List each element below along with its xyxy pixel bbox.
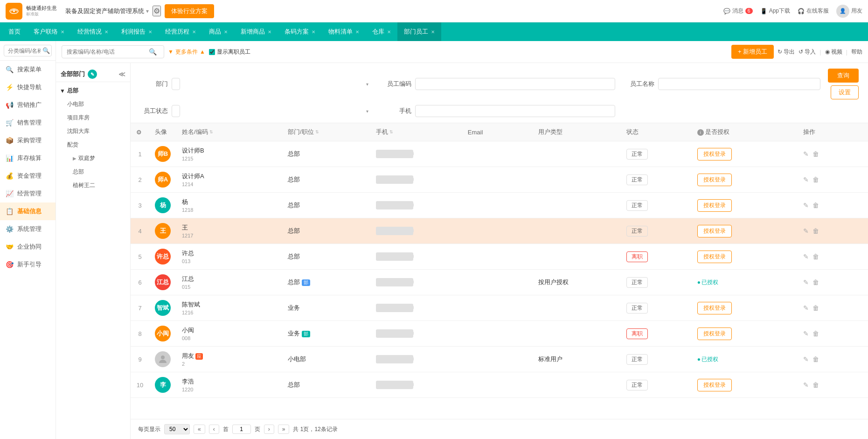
delete-button[interactable]: 🗑 — [812, 381, 819, 389]
edit-button[interactable]: ✎ — [803, 381, 809, 389]
settings-button[interactable]: 设置 — [831, 85, 859, 99]
auth-button[interactable]: 授权登录 — [697, 199, 732, 212]
sidebar-item-basic[interactable]: 📋 基础信息 — [0, 202, 56, 220]
close-icon[interactable]: ✕ — [148, 29, 152, 35]
edit-button[interactable]: ✎ — [803, 279, 809, 286]
collapse-tree-button[interactable]: ≪ — [118, 70, 125, 78]
next-page-button[interactable]: › — [264, 425, 274, 434]
filter-more-button[interactable]: ▼ 更多条件 ▲ — [168, 48, 205, 56]
show-resigned-input[interactable] — [209, 49, 215, 55]
sidebar-item-guide[interactable]: 🎯 新手引导 — [0, 256, 56, 273]
sidebar-item-system[interactable]: ⚙️ 系统管理 — [0, 220, 56, 238]
tab-add-goods[interactable]: 新增商品✕ — [234, 22, 278, 41]
edit-button[interactable]: ✎ — [803, 176, 809, 183]
auth-button[interactable]: 授权登录 — [697, 379, 732, 391]
delete-button[interactable]: 🗑 — [812, 227, 819, 235]
edit-button[interactable]: ✎ — [803, 355, 809, 363]
sidebar-item-marketing[interactable]: 📢 营销推广 — [0, 96, 56, 114]
tab-customer[interactable]: 客户联络✕ — [27, 22, 71, 41]
sidebar-search-input[interactable] — [8, 48, 41, 54]
dept-node-general[interactable]: ▼ 总部 — [56, 84, 130, 98]
search-input[interactable] — [67, 49, 146, 55]
dept-node-distribution[interactable]: 配货 — [56, 138, 130, 152]
tab-history[interactable]: 经营历程✕ — [159, 22, 202, 41]
phone-filter-input[interactable] — [415, 105, 616, 117]
close-icon[interactable]: ✕ — [224, 29, 228, 35]
auth-button[interactable]: 授权登录 — [697, 302, 732, 314]
sidebar-item-search[interactable]: 🔍 搜索菜单 — [0, 61, 56, 78]
close-icon[interactable]: ✕ — [61, 29, 64, 35]
auth-button[interactable]: 授权登录 — [697, 328, 732, 340]
tab-home[interactable]: 首页 — [2, 22, 27, 41]
dept-node-treeking[interactable]: 植树王二 — [56, 179, 130, 192]
delete-button[interactable]: 🗑 — [812, 330, 819, 337]
th-phone[interactable]: 手机 ⇅ — [370, 123, 462, 141]
auth-button[interactable]: 授权登录 — [697, 148, 732, 160]
page-input[interactable] — [232, 425, 251, 434]
last-page-button[interactable]: » — [278, 425, 290, 434]
tab-warehouse[interactable]: 仓库✕ — [366, 22, 397, 41]
tab-profit[interactable]: 利润报告✕ — [115, 22, 159, 41]
tab-operations[interactable]: 经营情况✕ — [71, 22, 115, 41]
edit-button[interactable]: ✎ — [803, 202, 809, 209]
close-icon[interactable]: ✕ — [355, 29, 359, 35]
emp-code-input[interactable] — [415, 78, 616, 90]
tab-barcode[interactable]: 条码方案✕ — [278, 22, 322, 41]
app-download-action[interactable]: 📱 App下载 — [760, 7, 790, 15]
settings-icon[interactable]: ⚙ — [136, 129, 142, 136]
th-name[interactable]: 姓名/编码 ⇅ — [176, 123, 282, 141]
edit-button[interactable]: ✎ — [803, 150, 809, 158]
title-dropdown-arrow[interactable]: ▾ — [146, 8, 149, 14]
edit-button[interactable]: ✎ — [803, 304, 809, 312]
online-service-action[interactable]: 🎧 在线客服 — [798, 7, 829, 15]
emp-name-input[interactable] — [658, 78, 820, 90]
dept-node-project[interactable]: 项目库房 — [56, 111, 130, 125]
page-size-select[interactable]: 50 100 — [164, 424, 190, 434]
status-filter-select[interactable] — [172, 105, 180, 117]
edit-button[interactable]: ✎ — [803, 330, 809, 337]
edit-button[interactable]: ✎ — [803, 227, 809, 235]
auth-button[interactable]: 授权登录 — [697, 225, 732, 237]
auth-button[interactable]: 授权登录 — [697, 174, 732, 186]
tab-goods[interactable]: 商品✕ — [202, 22, 234, 41]
close-icon[interactable]: ✕ — [104, 29, 108, 35]
sidebar-item-operations[interactable]: 📈 经营管理 — [0, 185, 56, 202]
dept-filter-select[interactable] — [172, 78, 180, 90]
view-button[interactable]: ◉ 视频 — [825, 48, 842, 56]
dept-node-dual-dream[interactable]: ▶ 双庭梦 — [56, 152, 130, 165]
close-icon[interactable]: ✕ — [431, 29, 435, 35]
delete-button[interactable]: 🗑 — [812, 304, 819, 312]
sidebar-item-quicknav[interactable]: ⚡ 快捷导航 — [0, 78, 56, 96]
delete-button[interactable]: 🗑 — [812, 253, 819, 260]
dept-node-shenyang[interactable]: 沈阳大库 — [56, 125, 130, 138]
sidebar-item-inventory[interactable]: 📊 库存核算 — [0, 149, 56, 167]
tab-employees[interactable]: 部门员工✕ — [397, 22, 441, 41]
delete-button[interactable]: 🗑 — [812, 150, 819, 158]
delete-button[interactable]: 🗑 — [812, 355, 819, 363]
auth-button[interactable]: 授权登录 — [697, 251, 732, 263]
close-icon[interactable]: ✕ — [192, 29, 196, 35]
dept-node-hq[interactable]: 总部 — [56, 165, 130, 179]
help-button[interactable]: 帮助 — [851, 48, 862, 56]
import-button[interactable]: ↺ 导入 — [799, 48, 816, 56]
prev-page-button[interactable]: ‹ — [209, 425, 219, 434]
edit-dept-button[interactable]: ✎ — [88, 70, 97, 79]
sidebar-item-purchase[interactable]: 📦 采购管理 — [0, 132, 56, 149]
query-button[interactable]: 查询 — [828, 69, 859, 83]
edit-button[interactable]: ✎ — [803, 253, 809, 260]
experience-button[interactable]: 体验行业方案 — [165, 4, 214, 18]
th-dept[interactable]: 部门/职位 ⇅ — [282, 123, 370, 141]
sidebar-item-finance[interactable]: 💰 资金管理 — [0, 167, 56, 185]
tab-bom[interactable]: 物料清单✕ — [322, 22, 366, 41]
show-resigned-checkbox[interactable]: 显示离职员工 — [209, 48, 250, 56]
delete-button[interactable]: 🗑 — [812, 279, 819, 286]
close-icon[interactable]: ✕ — [387, 29, 391, 35]
message-action[interactable]: 💬 消息 6 — [723, 7, 753, 15]
add-employee-button[interactable]: + 新增员工 — [731, 45, 774, 59]
close-icon[interactable]: ✕ — [268, 29, 271, 35]
user-action[interactable]: 👤 用友 — [836, 5, 862, 18]
dept-node-small-elec[interactable]: 小电部 — [56, 98, 130, 111]
delete-button[interactable]: 🗑 — [812, 202, 819, 209]
sidebar-item-collab[interactable]: 🤝 企业协同 — [0, 238, 56, 256]
sidebar-item-sales[interactable]: 🛒 销售管理 — [0, 114, 56, 132]
